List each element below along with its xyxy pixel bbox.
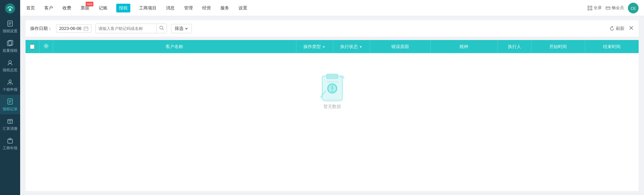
settings-icon: [43, 43, 49, 49]
close-icon: [629, 25, 634, 31]
svg-rect-39: [327, 74, 338, 79]
th-start-time: 开始时间: [531, 40, 585, 53]
sidebar-item-settlement-label: 汇算清缴: [3, 126, 17, 131]
op-type-sort-icon: ▼: [322, 45, 326, 49]
nav-finance[interactable]: 经营: [202, 4, 212, 12]
fullscreen-label: 全屏: [594, 5, 602, 11]
sidebar-item-personal-tax[interactable]: 个 个税申报: [0, 75, 20, 95]
sidebar-logo: [0, 0, 20, 17]
refresh-button[interactable]: 刷新: [610, 26, 625, 32]
svg-point-9: [9, 80, 11, 82]
th-checkbox: [26, 40, 39, 53]
th-tax-type: 税种: [430, 40, 498, 53]
nav-business[interactable]: 工商项目: [138, 4, 157, 12]
table-body: 暂无数据: [26, 53, 639, 130]
search-icon: [159, 26, 164, 30]
annual-report-icon: [6, 136, 14, 145]
member-button[interactable]: 畅会员: [606, 5, 624, 11]
sidebar-item-tax-summary[interactable]: 报税总览: [0, 56, 20, 75]
data-table: 客户名称 操作类型 ▼ 执行状态 ▼ 错误原因 税种 执行人 开始时间: [26, 40, 639, 130]
refresh-label: 刷新: [616, 26, 625, 32]
svg-rect-23: [591, 9, 592, 10]
table-container: 客户名称 操作类型 ▼ 执行状态 ▼ 错误原因 税种 执行人 开始时间: [26, 40, 639, 191]
calendar-icon: [84, 26, 88, 31]
fullscreen-button[interactable]: 全屏: [588, 5, 602, 11]
main-content: 首页 客户 收费 票据 new 记账 报税 工商项目 消息 管理 经营 服务 设…: [20, 0, 644, 195]
sidebar-item-batch-tax-label: 批量报税: [3, 48, 17, 53]
member-label: 畅会员: [612, 5, 624, 11]
toolbar-right: 刷新: [610, 25, 634, 32]
empty-state-row: 暂无数据: [26, 53, 639, 130]
search-input[interactable]: [96, 25, 156, 32]
th-error-reason: 错误原因: [370, 40, 430, 53]
search-box: [95, 24, 167, 33]
filter-button[interactable]: 筛选: [171, 24, 192, 33]
tax-summary-icon: [6, 58, 14, 67]
toolbar: 操作日期： 2023-06-06: [26, 20, 639, 37]
sidebar-item-personal-tax-label: 个税申报: [3, 87, 17, 92]
svg-text:个: 个: [9, 83, 11, 85]
sidebar: 报税设置 批量报税 报税总览 个 个税申报: [0, 0, 20, 195]
nav-home[interactable]: 首页: [26, 4, 36, 12]
svg-point-1: [9, 8, 11, 11]
th-settings[interactable]: [39, 40, 53, 53]
th-client-name: 客户名称: [53, 40, 296, 53]
top-navigation: 首页 客户 收费 票据 new 记账 报税 工商项目 消息 管理 经营 服务 设…: [20, 0, 644, 16]
nav-settings[interactable]: 设置: [238, 4, 248, 12]
sidebar-item-tax-summary-label: 报税总览: [3, 68, 17, 73]
nav-invoice[interactable]: 票据 new: [80, 4, 90, 12]
page-content: 操作日期： 2023-06-06: [20, 16, 644, 195]
svg-rect-28: [84, 27, 88, 31]
search-button[interactable]: [156, 24, 167, 33]
empty-state: 暂无数据: [26, 53, 639, 130]
table-header: 客户名称 操作类型 ▼ 执行状态 ▼ 错误原因 税种 执行人 开始时间: [26, 40, 639, 53]
svg-rect-24: [606, 7, 610, 9]
sidebar-item-tax-settings-label: 报税设置: [3, 29, 17, 34]
avatar[interactable]: CE: [628, 3, 639, 13]
svg-line-33: [162, 29, 164, 30]
sidebar-item-annual-report[interactable]: 工商年报: [0, 134, 20, 153]
close-button[interactable]: [629, 25, 634, 32]
personal-tax-icon: 个: [6, 78, 14, 86]
nav-services[interactable]: 服务: [220, 4, 230, 12]
tax-settings-icon: [6, 20, 14, 28]
svg-point-32: [160, 26, 163, 29]
settlement-icon: [6, 117, 14, 125]
tax-records-icon: [6, 98, 14, 106]
select-all-checkbox[interactable]: [30, 44, 35, 49]
nav-billing[interactable]: 收费: [62, 4, 72, 12]
date-value: 2023-06-06: [59, 26, 82, 31]
th-status[interactable]: 执行状态 ▼: [333, 40, 370, 53]
svg-point-43: [332, 90, 333, 92]
empty-illustration: [314, 67, 351, 104]
sidebar-item-settlement[interactable]: 汇算清缴: [0, 114, 20, 134]
th-end-time: 结束时间: [585, 40, 639, 53]
status-sort-icon: ▼: [359, 45, 362, 49]
svg-rect-20: [588, 6, 589, 7]
nav-tax[interactable]: 报税: [116, 4, 130, 12]
svg-text:CE: CE: [631, 6, 636, 10]
nav-messages[interactable]: 消息: [165, 4, 175, 12]
chevron-down-icon: [185, 27, 188, 30]
sidebar-item-batch-tax[interactable]: 批量报税: [0, 36, 20, 56]
sidebar-item-tax-records[interactable]: 报税记录: [0, 95, 20, 114]
svg-rect-21: [591, 6, 592, 7]
date-picker[interactable]: 2023-06-06: [56, 24, 91, 33]
svg-point-36: [45, 45, 47, 47]
sidebar-item-tax-settings[interactable]: 报税设置: [0, 17, 20, 36]
topnav-right-area: 全屏 畅会员 CE: [588, 3, 639, 13]
th-executor: 执行人: [498, 40, 531, 53]
batch-tax-icon: [6, 39, 14, 47]
refresh-icon: [610, 26, 614, 31]
date-label: 操作日期：: [30, 26, 52, 32]
empty-text: 暂无数据: [324, 104, 341, 110]
sidebar-item-annual-report-label: 工商年报: [3, 146, 17, 151]
svg-rect-22: [588, 9, 589, 10]
filter-label: 筛选: [175, 26, 183, 32]
nav-accounting[interactable]: 记账: [98, 4, 108, 12]
svg-point-37: [44, 44, 48, 48]
nav-management[interactable]: 管理: [183, 4, 194, 12]
nav-client[interactable]: 客户: [44, 4, 54, 12]
svg-point-46: [323, 100, 342, 102]
th-op-type[interactable]: 操作类型 ▼: [296, 40, 333, 53]
